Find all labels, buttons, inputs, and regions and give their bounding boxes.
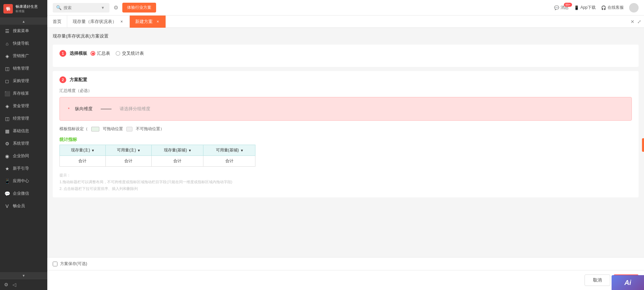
- section-scheme-config: 2 方案配置 汇总维度（必选） * 纵向维度 —— 请选择分组维度 模板指标设定…: [53, 71, 639, 197]
- col-dropdown-1[interactable]: ▾: [138, 148, 140, 153]
- sidebar-items: ☰ 搜索菜单 ⌂ 快捷导航 ◈ 营销推广 ◫ 销售管理 ◻ 采购管理 ⬛ 库存核…: [0, 25, 47, 272]
- user-avatar[interactable]: [629, 3, 639, 13]
- corp-icon: ◉: [4, 153, 10, 159]
- chart-icon: ◫: [4, 66, 10, 71]
- bag-icon: ◻: [4, 78, 10, 84]
- search-box[interactable]: 🔍 ▾: [53, 3, 109, 13]
- sidebar-item-system[interactable]: ⚙ 系统管理: [0, 137, 47, 150]
- cell-2: 合计: [151, 156, 203, 167]
- sidebar-item-sales[interactable]: ◫ 销售管理: [0, 62, 47, 75]
- non-draggable-indicator-box: [126, 127, 132, 131]
- tab-new-scheme-close-icon[interactable]: ×: [155, 19, 160, 24]
- radio-summary[interactable]: 汇总表: [91, 50, 110, 56]
- sidebar-item-business[interactable]: ◫ 经营管理: [0, 112, 47, 125]
- sidebar-item-label: 系统管理: [13, 141, 29, 146]
- col-dropdown-0[interactable]: ▾: [92, 148, 94, 153]
- sidebar-item-label: 库存核算: [13, 91, 29, 96]
- app-name: 畅康通好生意: [16, 4, 38, 9]
- gear-icon: ⚙: [4, 141, 10, 146]
- radio-summary-circle: [91, 51, 95, 56]
- sidebar-item-label: 快捷导航: [13, 41, 29, 46]
- sidebar: 畅 畅康通好生意 标准版 ▲ ☰ 搜索菜单 ⌂ 快捷导航 ◈ 营销推广 ◫ 销售…: [0, 0, 47, 290]
- sidebar-item-label: 搜索菜单: [13, 28, 29, 34]
- draggable-indicator-box: [91, 127, 99, 131]
- sidebar-item-label: 资金管理: [13, 103, 29, 109]
- page-title: 现存量(库存状况表)方案设置: [53, 33, 639, 39]
- template-radio-group: 汇总表 交叉统计表: [91, 50, 144, 56]
- app-download-icon: 📱: [574, 5, 579, 10]
- col-dropdown-2[interactable]: ▾: [189, 148, 191, 153]
- col-label-0: 现存量(主): [71, 147, 90, 153]
- sidebar-item-quick-nav[interactable]: ⌂ 快捷导航: [0, 37, 47, 50]
- col-label-1: 可用量(主): [117, 147, 136, 153]
- dim-separator: ——: [101, 106, 112, 112]
- tabbar-close-icon[interactable]: ✕: [630, 19, 635, 24]
- tab-inventory-close-icon[interactable]: ×: [119, 19, 124, 24]
- content-area: 现存量(库存状况表)方案设置 1 选择模板 汇总表 交叉统计表: [47, 28, 644, 257]
- sidebar-item-search-menu[interactable]: ☰ 搜索菜单: [0, 25, 47, 37]
- sidebar-item-member[interactable]: V 畅会员: [0, 200, 47, 212]
- summary-dim-label: 汇总维度（必选）: [59, 88, 632, 94]
- sidebar-item-basic-info[interactable]: ▦ 基础信息: [0, 125, 47, 137]
- sidebar-item-label: 畅会员: [13, 203, 25, 209]
- section1-number: 1: [59, 50, 66, 57]
- trial-industry-button[interactable]: 体验行业方案: [122, 3, 156, 13]
- tab-new-scheme[interactable]: 新建方案 ×: [130, 16, 166, 28]
- mute-icon[interactable]: ◁: [13, 282, 16, 287]
- box-icon: ⬛: [4, 91, 10, 96]
- settings-icon[interactable]: ⚙: [4, 282, 8, 287]
- ai-float-button[interactable]: Ai: [612, 275, 644, 290]
- search-input[interactable]: [64, 5, 97, 10]
- gift-icon: ◈: [4, 53, 10, 59]
- sidebar-item-inventory[interactable]: ⬛ 库存核算: [0, 87, 47, 100]
- sidebar-item-app-center[interactable]: 📱 应用中心: [0, 175, 47, 187]
- sidebar-item-corp[interactable]: ◉ 企业协同: [0, 150, 47, 162]
- tabbar: 首页 现存量（库存状况表） × 新建方案 × ✕ ⤢: [47, 16, 644, 28]
- col-header-0[interactable]: 现存量(主) ▾: [60, 145, 106, 156]
- search-menu-icon: ☰: [4, 28, 10, 34]
- sidebar-item-label: 经营管理: [13, 116, 29, 121]
- phone-icon: 📱: [4, 178, 10, 184]
- sidebar-footer: ⚙ ◁: [0, 279, 47, 290]
- sidebar-item-purchase[interactable]: ◻ 采购管理: [0, 75, 47, 87]
- tab-inventory-status[interactable]: 现存量（库存状况表） ×: [67, 16, 130, 28]
- sidebar-item-new-guide[interactable]: ★ 新手引导: [0, 162, 47, 175]
- sidebar-item-label: 营销推广: [13, 53, 29, 59]
- message-button[interactable]: 💬 消息 99+: [554, 5, 569, 10]
- radio-crosstab[interactable]: 交叉统计表: [116, 50, 144, 56]
- sidebar-item-wechat[interactable]: 💬 企业微信: [0, 187, 47, 200]
- save-scheme-checkbox[interactable]: [53, 262, 57, 266]
- tabbar-expand-icon[interactable]: ⤢: [637, 19, 641, 24]
- app-download-button[interactable]: 📱 App下载: [574, 5, 596, 10]
- sidebar-scroll-down[interactable]: ▼: [0, 272, 47, 279]
- stats-table: 现存量(主) ▾ 可用量(主) ▾ 现存量(基辅: [59, 145, 255, 167]
- save-option-bar: 方案保存(可选): [47, 257, 644, 270]
- wechat-icon: 💬: [4, 191, 10, 196]
- tab-home[interactable]: 首页: [47, 16, 67, 28]
- app-version: 标准版: [16, 9, 38, 14]
- dim-placeholder: 请选择分组维度: [120, 106, 150, 112]
- home-icon: ⌂: [4, 41, 10, 46]
- col-header-2[interactable]: 现存量(基辅) ▾: [151, 145, 203, 156]
- sidebar-item-marketing[interactable]: ◈ 营销推广: [0, 50, 47, 62]
- col-label-2: 现存量(基辅): [164, 147, 187, 153]
- section1-header: 1 选择模板 汇总表 交叉统计表: [59, 50, 632, 57]
- tips-item-0: 1.拖动标题栏可以调整布局，不可跨维度或指标区域拖动栏目字段(只能在同一维度或指…: [59, 179, 632, 186]
- col-header-3[interactable]: 可用量(基辅) ▾: [203, 145, 255, 156]
- crown-icon: V: [4, 203, 10, 209]
- search-dropdown-icon[interactable]: ▾: [99, 4, 106, 11]
- dimension-area[interactable]: * 纵向维度 —— 请选择分组维度: [59, 97, 632, 121]
- cancel-button[interactable]: 取消: [585, 274, 610, 286]
- col-header-1[interactable]: 可用量(主) ▾: [105, 145, 151, 156]
- settings-gear-icon[interactable]: ⚙: [114, 4, 118, 11]
- online-service-button[interactable]: 🎧 在线客服: [601, 5, 624, 10]
- cell-1: 合计: [105, 156, 151, 167]
- tabbar-right: ✕ ⤢: [628, 19, 644, 24]
- money-icon: ◈: [4, 103, 10, 109]
- cell-3: 合计: [203, 156, 255, 167]
- sidebar-scroll-up[interactable]: ▲: [0, 18, 47, 25]
- col-dropdown-3[interactable]: ▾: [241, 148, 243, 153]
- headset-icon: 🎧: [601, 5, 606, 10]
- sidebar-item-finance[interactable]: ◈ 资金管理: [0, 100, 47, 112]
- resize-handle[interactable]: [642, 138, 644, 152]
